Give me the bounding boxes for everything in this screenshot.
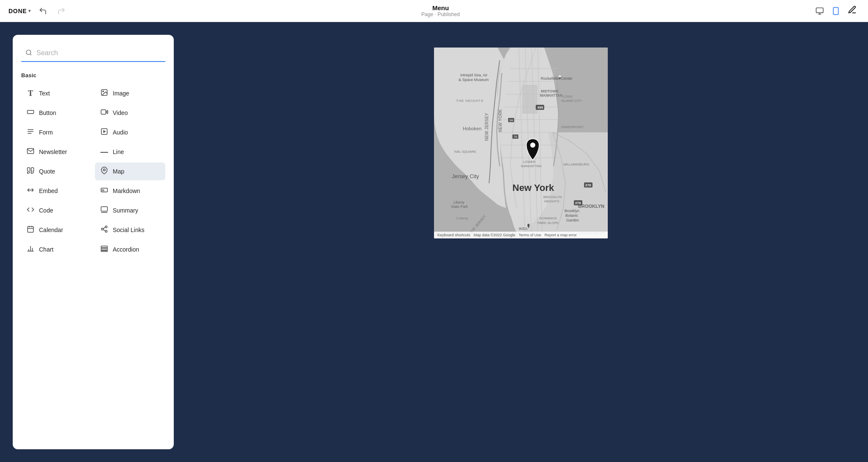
svg-text:495: 495 [537, 106, 543, 109]
item-label-social-links: Social Links [113, 227, 145, 233]
code-icon [26, 206, 35, 215]
terms-label[interactable]: Terms of Use [519, 233, 541, 237]
topbar: DONE ▾ Menu Page · Published [0, 0, 868, 22]
svg-rect-36 [101, 246, 108, 248]
svg-text:Rockefeller Center: Rockefeller Center [541, 76, 573, 81]
newsletter-icon [26, 147, 35, 157]
sidebar-item-accordion[interactable]: Accordion [95, 241, 165, 258]
svg-rect-10 [101, 110, 106, 115]
mobile-view-button[interactable] [829, 4, 843, 18]
svg-point-96 [559, 76, 561, 78]
item-label-code: Code [39, 207, 53, 214]
item-label-image: Image [113, 90, 129, 97]
item-label-quote: Quote [39, 168, 55, 175]
text-icon: T [26, 89, 35, 98]
image-icon [100, 89, 108, 98]
sidebar-item-chart[interactable]: Chart [21, 241, 92, 258]
svg-text:Liberty: Liberty [453, 200, 465, 204]
pen-button[interactable] [845, 3, 860, 19]
svg-rect-38 [101, 251, 108, 252]
svg-point-5 [26, 50, 31, 55]
chevron-down-icon: ▾ [28, 8, 31, 13]
svg-text:HEIGHTS: HEIGHTS [544, 199, 559, 203]
desktop-view-button[interactable] [813, 4, 826, 18]
sidebar-panel: Basic T Text Image [13, 35, 174, 449]
keyboard-shortcuts-link[interactable]: Keyboard shortcuts [437, 233, 470, 237]
svg-text:NEW YORK: NEW YORK [498, 109, 503, 132]
form-icon [26, 128, 35, 137]
svg-rect-15 [101, 129, 107, 134]
svg-text:Brooklyn: Brooklyn [565, 209, 579, 213]
svg-text:278: 278 [585, 183, 591, 187]
item-label-calendar: Calendar [39, 227, 63, 233]
svg-text:THE HEIGHTS: THE HEIGHTS [456, 99, 484, 103]
svg-point-29 [105, 230, 107, 232]
redo-button[interactable] [55, 4, 68, 18]
svg-text:78: 78 [514, 135, 517, 138]
svg-text:Botanic: Botanic [565, 213, 579, 218]
embed-icon [26, 186, 35, 196]
search-input[interactable] [21, 45, 165, 62]
sidebar-item-summary[interactable]: Summary [95, 202, 165, 219]
calendar-icon [26, 225, 35, 235]
sidebar-item-quote[interactable]: Quote [21, 162, 92, 180]
sidebar-item-text[interactable]: T Text [21, 84, 92, 102]
map-container: Intrepid Sea, Air & Space Museum Rockefe… [434, 48, 608, 238]
sidebar-item-markdown[interactable]: M↓ Markdown [95, 182, 165, 200]
item-label-embed: Embed [39, 188, 58, 194]
quote-icon [26, 167, 35, 176]
svg-rect-52 [522, 85, 537, 114]
svg-text:LONG: LONG [563, 95, 573, 98]
svg-text:Garden: Garden [566, 218, 579, 222]
svg-rect-0 [816, 8, 823, 13]
sidebar-item-social-links[interactable]: Social Links [95, 221, 165, 239]
svg-text:IKEA: IKEA [519, 227, 528, 231]
sidebar-item-form[interactable]: Form [21, 123, 92, 141]
topbar-left: DONE ▾ [8, 4, 68, 18]
items-grid: T Text Image Button [21, 84, 165, 258]
sidebar-item-embed[interactable]: Embed [21, 182, 92, 200]
sidebar-item-map[interactable]: Map [95, 162, 165, 180]
item-label-accordion: Accordion [113, 246, 139, 253]
map-svg: Intrepid Sea, Air & Space Museum Rockefe… [434, 48, 608, 238]
video-icon [100, 108, 108, 118]
svg-rect-23 [28, 227, 33, 232]
svg-text:BROOKLYN: BROOKLYN [543, 195, 562, 199]
line-icon: — [100, 148, 108, 157]
svg-text:9A: 9A [509, 119, 513, 122]
svg-text:Hoboken: Hoboken [463, 126, 481, 131]
item-label-text: Text [39, 90, 50, 97]
svg-rect-9 [28, 110, 34, 114]
item-label-form: Form [39, 129, 53, 136]
item-label-video: Video [113, 109, 128, 116]
svg-text:ISLAND CITY: ISLAND CITY [561, 99, 582, 103]
sidebar-item-button[interactable]: Button [21, 104, 92, 122]
map-icon [100, 167, 108, 176]
svg-line-31 [103, 227, 105, 229]
sidebar-item-code[interactable]: Code [21, 202, 92, 219]
sidebar-item-newsletter[interactable]: Newsletter [21, 143, 92, 161]
svg-point-17 [103, 169, 106, 171]
svg-point-8 [103, 91, 103, 92]
done-button[interactable]: DONE ▾ [8, 8, 31, 14]
sidebar-item-audio[interactable]: Audio [95, 123, 165, 141]
sidebar-item-video[interactable]: Video [95, 104, 165, 122]
topbar-right [813, 3, 860, 19]
svg-text:Jersey City: Jersey City [452, 173, 479, 179]
svg-text:LOWER: LOWER [523, 160, 536, 164]
svg-point-27 [105, 226, 107, 228]
item-label-map: Map [113, 168, 124, 175]
svg-text:NAL SQUARE: NAL SQUARE [454, 150, 476, 154]
svg-text:PARK SLOPE: PARK SLOPE [537, 221, 559, 225]
sidebar-item-line[interactable]: — Line [95, 143, 165, 161]
map-data-label: Map data ©2022 Google [474, 233, 515, 237]
undo-button[interactable] [36, 4, 50, 18]
item-label-markdown: Markdown [113, 188, 140, 194]
svg-line-6 [30, 54, 31, 55]
sidebar-item-image[interactable]: Image [95, 84, 165, 102]
sidebar-item-calendar[interactable]: Calendar [21, 221, 92, 239]
topbar-center: Menu Page · Published [421, 4, 460, 17]
error-label[interactable]: Report a map error [545, 233, 577, 237]
svg-text:f Liberty: f Liberty [456, 216, 468, 220]
main-content: Basic T Text Image [0, 22, 868, 462]
